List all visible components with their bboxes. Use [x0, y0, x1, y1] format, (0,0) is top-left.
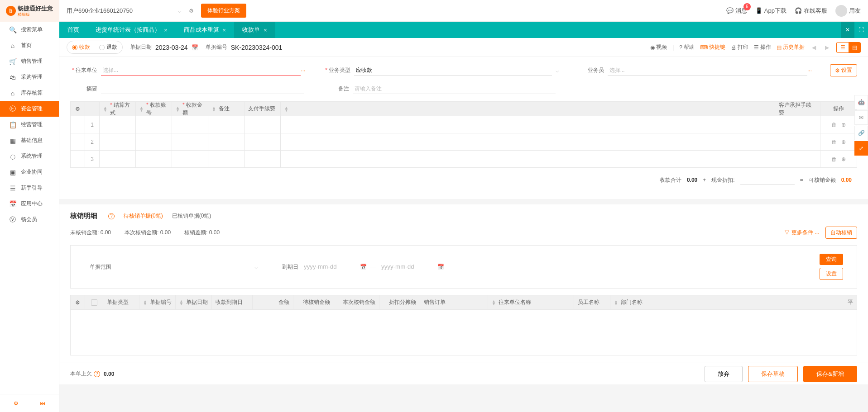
gear-icon[interactable]: ⚙	[14, 400, 19, 407]
gear-icon[interactable]: ⚙	[189, 8, 194, 14]
col-order[interactable]: 销售订单	[424, 298, 446, 306]
print-link[interactable]: 🖨 打印	[731, 43, 748, 51]
sidebar-item-1[interactable]: ⌂首页	[0, 38, 59, 53]
video-link[interactable]: ◉ 视频	[650, 43, 667, 51]
col-date[interactable]: 单据日期	[186, 298, 208, 306]
tab-pending[interactable]: 待核销单据(0笔)	[124, 212, 163, 220]
col-amount[interactable]: 收款金额	[182, 101, 204, 117]
tab-close-all[interactable]: ✕	[841, 22, 854, 38]
col-account[interactable]: 收款账号	[146, 101, 168, 117]
sidebar-item-10[interactable]: ☰新手引导	[0, 180, 59, 196]
col-plat[interactable]: 平	[848, 298, 853, 306]
more-filter[interactable]: ▽ 更多条件 ︿	[784, 229, 820, 237]
sidebar-item-11[interactable]: 📅应用中心	[0, 196, 59, 212]
delete-icon[interactable]: 🗑	[831, 139, 837, 145]
shortcut-link[interactable]: ⌨ 快捷键	[700, 43, 725, 51]
table-row[interactable]: 2🗑⊕	[71, 133, 857, 151]
grid-gear[interactable]: ⚙	[71, 102, 85, 116]
history-link[interactable]: ▤ 历史单据	[777, 43, 805, 51]
collapse-icon[interactable]: ⏮	[40, 400, 45, 407]
float-mail[interactable]: ✉	[854, 110, 868, 125]
support-link[interactable]: 🎧 在线客服	[795, 7, 827, 15]
salesman-input[interactable]	[608, 65, 807, 76]
calendar-icon[interactable]: 📅	[192, 44, 198, 51]
add-icon[interactable]: ⊕	[841, 156, 846, 162]
table-row[interactable]: 3🗑⊕	[71, 151, 857, 168]
discard-button[interactable]: 放弃	[705, 366, 743, 382]
tab-expand[interactable]: ⛶	[854, 22, 868, 38]
biztype-input[interactable]	[354, 65, 551, 76]
chevron-down-icon[interactable]: ⌵	[556, 67, 559, 74]
select-all-checkbox[interactable]	[91, 299, 97, 306]
tab-0[interactable]: 首页	[59, 22, 87, 38]
tab-2[interactable]: 商品成本重算×	[176, 22, 235, 38]
col-partner[interactable]: 往来单位名称	[499, 298, 531, 306]
tab-1[interactable]: 进货单统计表（按商品）×	[87, 22, 176, 38]
col-amt[interactable]: 金额	[278, 298, 289, 306]
tab-close[interactable]: ×	[223, 27, 226, 33]
radio-receive[interactable]: 收款	[68, 43, 94, 52]
float-expand[interactable]: ⤢	[854, 141, 868, 156]
remark-input[interactable]	[353, 84, 556, 94]
view-card[interactable]: ▤	[849, 43, 860, 52]
sidebar-item-5[interactable]: Ⓔ资金管理	[0, 101, 59, 117]
col-disc[interactable]: 折扣分摊额	[389, 298, 416, 306]
add-icon[interactable]: ⊕	[841, 122, 846, 128]
operate-link[interactable]: ☰ 操作	[754, 43, 771, 51]
delete-icon[interactable]: 🗑	[831, 156, 837, 162]
col-pend[interactable]: 待核销金额	[303, 298, 330, 306]
tenant-select[interactable]: 用户690企业1660120750 ⌵	[67, 7, 182, 15]
next-bill[interactable]: ▶	[823, 44, 831, 51]
save-draft-button[interactable]: 保存草稿	[748, 366, 798, 382]
view-list[interactable]: ☰	[837, 43, 849, 52]
col-custfee[interactable]: 客户承担手续费	[779, 101, 816, 117]
user-menu[interactable]: 用友	[835, 5, 861, 17]
col-emp[interactable]: 员工名称	[578, 298, 599, 306]
sidebar-item-7[interactable]: ▦基础信息	[0, 133, 59, 148]
salesman-more[interactable]: ···	[807, 67, 812, 74]
help-link[interactable]: ? 帮助	[679, 43, 695, 51]
partner-input[interactable]	[101, 65, 301, 76]
cash-discount-input[interactable]	[740, 175, 795, 185]
col-fee[interactable]: 支付手续费	[248, 105, 275, 113]
col-settle[interactable]: 结算方式	[110, 101, 132, 117]
grid-gear[interactable]: ⚙	[71, 295, 85, 309]
messages-link[interactable]: 💬 消息 6	[726, 7, 747, 15]
calendar-icon[interactable]: 📅	[360, 264, 367, 270]
tab-close[interactable]: ×	[264, 27, 267, 33]
float-link[interactable]: 🔗	[854, 126, 868, 140]
help-icon[interactable]: ?	[94, 371, 100, 377]
col-type[interactable]: 单据类型	[107, 298, 129, 306]
date-to[interactable]	[379, 261, 434, 272]
delete-icon[interactable]: 🗑	[831, 122, 837, 128]
filter-settings-button[interactable]: 设置	[820, 268, 843, 280]
col-no[interactable]: 单据编号	[150, 298, 172, 306]
settings-button[interactable]: ⚙ 设置	[830, 64, 857, 76]
sidebar-item-8[interactable]: ◌系统管理	[0, 148, 59, 164]
float-robot[interactable]: 🤖	[854, 95, 868, 109]
sidebar-item-2[interactable]: 🛒销售管理	[0, 53, 59, 69]
radio-refund[interactable]: 退款	[96, 43, 121, 52]
partner-more[interactable]: ···	[301, 67, 305, 74]
tab-close[interactable]: ×	[164, 27, 168, 33]
trial-button[interactable]: 体验行业方案	[201, 4, 246, 18]
col-rcvdate[interactable]: 收款到期日	[216, 298, 243, 306]
summary-input[interactable]	[101, 84, 304, 94]
add-icon[interactable]: ⊕	[841, 139, 846, 145]
help-icon[interactable]: ?	[108, 213, 115, 219]
tab-done[interactable]: 已核销单据(0笔)	[172, 212, 211, 220]
chevron-down-icon[interactable]: ⌵	[254, 264, 258, 270]
col-note[interactable]: 备注	[219, 105, 230, 113]
sidebar-item-6[interactable]: 📋经营管理	[0, 117, 59, 133]
date-from[interactable]	[302, 261, 356, 272]
prev-bill[interactable]: ◀	[810, 44, 818, 51]
app-download-link[interactable]: 📱 App下载	[755, 7, 786, 15]
bill-date-value[interactable]: 2023-03-24	[155, 44, 188, 51]
sidebar-item-0[interactable]: 🔍搜索菜单	[0, 22, 59, 38]
sidebar-item-3[interactable]: 🛍采购管理	[0, 69, 59, 85]
query-button[interactable]: 查询	[820, 254, 843, 265]
sidebar-item-12[interactable]: Ⓥ畅会员	[0, 212, 59, 227]
save-new-button[interactable]: 保存&新增	[803, 366, 857, 382]
table-row[interactable]: 1🗑⊕	[71, 116, 857, 133]
tab-3[interactable]: 收款单×	[234, 22, 275, 38]
